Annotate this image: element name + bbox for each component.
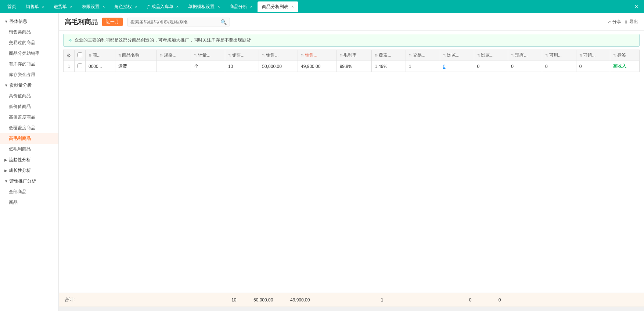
- col-gross-rate[interactable]: 毛利率: [337, 50, 372, 61]
- footer-empty6: [188, 297, 210, 303]
- tab-purchase[interactable]: 进货单 ×: [49, 1, 76, 12]
- cell-tag: 高收入: [610, 61, 640, 72]
- sidebar-item-sales-goods[interactable]: 销售类商品: [0, 27, 58, 37]
- settings-icon[interactable]: ⚙: [66, 53, 71, 58]
- col-sales-cost[interactable]: 销售...: [298, 50, 337, 61]
- col-sales-amount[interactable]: 销售...: [259, 50, 298, 61]
- footer-transaction: 1: [357, 297, 386, 303]
- info-icon: ✧: [68, 37, 72, 43]
- search-input[interactable]: [130, 19, 220, 25]
- tab-role[interactable]: 角色授权 ×: [110, 1, 141, 12]
- tag-label: 高收入: [613, 64, 626, 69]
- date-filter-button[interactable]: 近一月: [102, 18, 123, 26]
- table-row: 1 0000... 运费 个 10 50,000.00 49,900.00 99…: [64, 61, 640, 72]
- chevron-down-icon: ▼: [4, 83, 8, 87]
- col-browse1[interactable]: 浏览...: [440, 50, 474, 61]
- sidebar-group-overall[interactable]: ▼ 整体信息: [0, 16, 58, 27]
- col-saleable[interactable]: 可销...: [576, 50, 610, 61]
- cell-sales-amount: 50,000.00: [259, 61, 298, 72]
- footer-empty1: [78, 297, 89, 303]
- close-tab-template[interactable]: ×: [217, 4, 220, 9]
- sidebar: ▼ 整体信息 销售类商品 交易过的商品 商品分类助销率 有库存的商品 库存资金占…: [0, 13, 59, 311]
- close-tab-sales[interactable]: ×: [42, 4, 44, 9]
- col-transaction[interactable]: 交易...: [406, 50, 440, 61]
- footer-empty10: [415, 297, 445, 303]
- close-tab-permission[interactable]: ×: [102, 4, 105, 9]
- footer-cells: 10 50,000.00 49,900.00 1 0 0: [78, 297, 638, 303]
- footer-sales-cost: 49,900.00: [276, 297, 313, 303]
- sidebar-item-new-goods[interactable]: 新品: [0, 197, 58, 208]
- footer-sales-qty: 10: [210, 297, 239, 303]
- sidebar-item-high-margin[interactable]: 高毛利商品: [0, 133, 58, 144]
- bottom-scrollbar[interactable]: [59, 307, 644, 311]
- col-code[interactable]: 商...: [86, 50, 115, 61]
- footer-empty5: [166, 297, 188, 303]
- tab-permission[interactable]: 权限设置 ×: [78, 1, 109, 12]
- col-current[interactable]: 现有...: [508, 50, 542, 61]
- col-sales-qty[interactable]: 销售...: [225, 50, 259, 61]
- col-settings[interactable]: ⚙: [64, 50, 75, 61]
- sidebar-item-stock-capital[interactable]: 库存资金占用: [0, 69, 58, 80]
- top-navigation: 首页 销售单 × 进货单 × 权限设置 × 角色授权 × 产成品入库单 × 单据…: [0, 0, 644, 13]
- close-all-button[interactable]: ×: [632, 3, 641, 10]
- col-unit[interactable]: 计量...: [191, 50, 225, 61]
- sidebar-group-flow[interactable]: ▶ 流趋性分析: [0, 155, 58, 165]
- sidebar-group-contribution[interactable]: ▼ 贡献量分析: [0, 80, 58, 91]
- col-checkbox[interactable]: [75, 50, 86, 61]
- data-table: ⚙ 商... 商品名称 规格...: [63, 50, 640, 72]
- row-checkbox-cell[interactable]: [75, 61, 86, 72]
- cell-browse2: 0: [474, 61, 508, 72]
- footer-empty4: [129, 297, 166, 303]
- tab-product-storage[interactable]: 产成品入库单 ×: [143, 1, 183, 12]
- sidebar-item-traded-goods[interactable]: 交易过的商品: [0, 37, 58, 48]
- chevron-down-icon: ▼: [4, 179, 8, 183]
- sidebar-item-high-value[interactable]: 高价值商品: [0, 91, 58, 101]
- close-tab-purchase[interactable]: ×: [70, 4, 72, 9]
- col-available[interactable]: 可用...: [542, 50, 576, 61]
- search-bar: 🔍: [127, 18, 230, 26]
- sidebar-group-marketing[interactable]: ▼ 营销推广分析: [0, 176, 58, 187]
- tab-template[interactable]: 单据模板设置 ×: [184, 1, 224, 12]
- export-button[interactable]: ⬆ 导出: [624, 19, 638, 25]
- footer-empty9: [386, 297, 415, 303]
- row-checkbox[interactable]: [78, 64, 82, 68]
- footer-label: 合计:: [65, 297, 75, 303]
- main-layout: ▼ 整体信息 销售类商品 交易过的商品 商品分类助销率 有库存的商品 库存资金占…: [0, 13, 644, 311]
- sidebar-item-low-value[interactable]: 低价值商品: [0, 101, 58, 112]
- select-all-checkbox[interactable]: [78, 53, 82, 57]
- browse1-link[interactable]: 0: [443, 64, 446, 69]
- close-tab-role[interactable]: ×: [135, 4, 137, 9]
- col-spec[interactable]: 规格...: [157, 50, 191, 61]
- close-tab-product-storage[interactable]: ×: [176, 4, 179, 9]
- close-tab-product-analysis[interactable]: ×: [250, 4, 252, 9]
- data-table-wrapper: ⚙ 商... 商品名称 规格...: [59, 50, 644, 293]
- footer-summary-bar: 合计: 10 50,000.00 49,900.00 1 0 0: [59, 293, 644, 307]
- col-tag[interactable]: 标签: [610, 50, 640, 61]
- footer-current: 0: [445, 297, 474, 303]
- col-coverage[interactable]: 覆盖...: [372, 50, 406, 61]
- tab-product-analysis[interactable]: 商品分析 ×: [225, 1, 257, 12]
- share-button[interactable]: ↗ 分享: [607, 19, 621, 25]
- footer-sales-amount: 50,000.00: [239, 297, 276, 303]
- sidebar-item-in-stock[interactable]: 有库存的商品: [0, 59, 58, 69]
- tab-home[interactable]: 首页: [3, 1, 21, 12]
- share-icon: ↗: [607, 19, 611, 25]
- col-browse2[interactable]: 浏览...: [474, 50, 508, 61]
- search-icon[interactable]: 🔍: [220, 19, 227, 25]
- sidebar-group-growth[interactable]: ▶ 成长性分析: [0, 165, 58, 176]
- footer-empty2: [89, 297, 100, 303]
- sidebar-item-high-coverage[interactable]: 高覆盖度商品: [0, 112, 58, 123]
- close-tab-product-analysis-list[interactable]: ×: [291, 4, 294, 9]
- sidebar-item-low-coverage[interactable]: 低覆盖度商品: [0, 123, 58, 133]
- col-name[interactable]: 商品名称: [115, 50, 157, 61]
- sidebar-item-all-goods[interactable]: 全部商品: [0, 187, 58, 197]
- content-area: 高毛利商品 近一月 🔍 ↗ 分享 ⬆ 导出 ✧ 企业的主要的利润都是这部分商品创…: [59, 13, 644, 311]
- chevron-right-icon: ▶: [4, 158, 7, 162]
- sidebar-item-category-rate[interactable]: 商品分类助销率: [0, 48, 58, 59]
- page-title: 高毛利商品: [65, 18, 98, 26]
- cell-unit: 个: [191, 61, 225, 72]
- sidebar-item-low-margin[interactable]: 低毛利商品: [0, 144, 58, 155]
- tab-sales[interactable]: 销售单 ×: [21, 1, 48, 12]
- cell-browse1[interactable]: 0: [440, 61, 474, 72]
- tab-product-analysis-list[interactable]: 商品分析列表 ×: [258, 1, 298, 12]
